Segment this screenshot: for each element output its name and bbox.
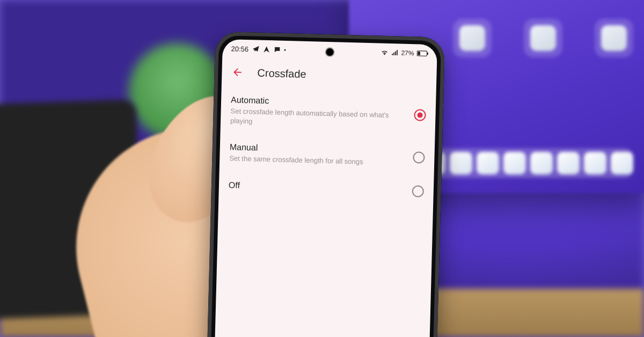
option-manual[interactable]: Manual Set the same crossfade length for… [219,134,435,177]
battery-percent: 27% [401,49,414,57]
arrow-left-icon [231,66,244,78]
option-automatic[interactable]: Automatic Set crossfade length automatic… [221,86,436,140]
option-title: Off [229,180,407,195]
chat-icon [273,46,281,53]
back-button[interactable] [229,64,246,80]
svg-rect-2 [418,52,420,55]
option-off[interactable]: Off [218,171,434,206]
svg-rect-1 [427,53,428,55]
battery-icon [416,49,428,57]
phone-frame: 20:56 • 27% [206,32,445,337]
wifi-icon [380,49,388,56]
location-icon [262,46,270,53]
options-list: Automatic Set crossfade length automatic… [218,86,436,206]
radio-unselected-icon[interactable] [412,185,425,197]
more-notifications-dot: • [284,47,286,53]
signal-icon [391,49,398,56]
page-title: Crossfade [257,67,306,80]
option-subtitle: Set crossfade length automatically based… [230,106,409,130]
phone-screen: 20:56 • 27% [213,39,437,337]
status-time: 20:56 [231,45,248,53]
radio-selected-icon[interactable] [414,109,426,121]
telegram-icon [252,45,259,53]
radio-unselected-icon[interactable] [413,152,425,164]
